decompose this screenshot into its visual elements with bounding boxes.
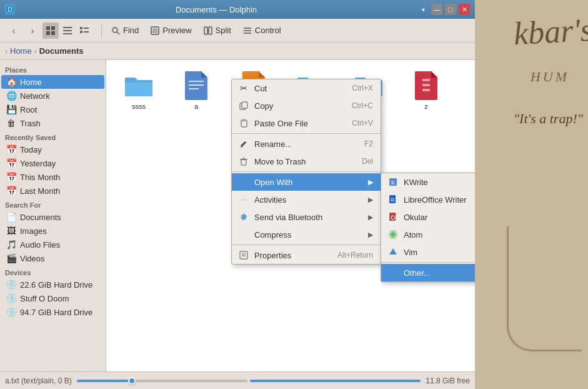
breadcrumb-current: Documents [39,46,84,56]
sidebar-item-today[interactable]: 📅 Today [1,143,104,156]
breadcrumb-home[interactable]: Home [10,46,32,56]
context-menu-bluetooth[interactable]: Send via Bluetooth ▶ [232,208,381,226]
svg-line-14 [117,32,119,34]
view-details-button[interactable] [76,23,92,39]
context-menu-open-with[interactable]: Open With ▶ K KWrite [232,173,381,191]
sidebar-item-yesterday-label: Yesterday [20,159,56,168]
file-item[interactable]: z [401,68,451,121]
status-slider-thumb[interactable] [128,377,136,385]
sidebar-item-trash[interactable]: 🗑 Trash [1,116,104,130]
sidebar-item-hdd1-label: 22.6 GiB Hard Drive [20,280,92,290]
preview-button[interactable]: Preview [145,23,196,38]
open-with-label: Open With [254,178,363,187]
submenu-okular[interactable]: Okular [381,208,475,226]
file-item[interactable]: ssss [114,68,164,121]
submenu-vim[interactable]: Vim [381,243,475,261]
sidebar-item-home[interactable]: 🏠 Home [1,75,104,89]
split-label: Split [216,26,231,35]
open-with-arrow: ▶ [368,178,373,186]
status-slider[interactable] [77,380,247,382]
menu-sep-1 [232,133,381,134]
maximize-button[interactable]: □ [445,4,456,15]
back-button[interactable]: ‹ [5,22,22,39]
copy-shortcut: Ctrl+C [352,101,373,110]
submenu-libreoffice[interactable]: LibreOffice Writer [381,191,475,208]
sidebar-item-root-label: Root [20,105,37,114]
trash-label: Move to Trash [254,157,357,166]
decor-quote: "It's a trap!" [514,109,583,129]
breadcrumb-sep: › [34,47,37,56]
sidebar-item-root[interactable]: 💾 Root [1,103,104,116]
sidebar-item-documents[interactable]: 📄 Documents [1,210,104,224]
sidebar-item-audio-label: Audio Files [20,240,60,250]
bluetooth-icon [238,211,249,223]
svg-rect-6 [63,27,72,28]
minimize-button[interactable]: — [431,4,442,15]
search-for-label: Search For [0,198,106,210]
svg-rect-9 [80,27,82,29]
svg-rect-2 [46,26,50,30]
sidebar-item-stuff[interactable]: 💿 Stuff O Doom [1,291,104,305]
open-with-icon [238,176,249,188]
yesterday-icon: 📅 [6,158,16,168]
sidebar-item-audio[interactable]: 🎵 Audio Files [1,238,104,251]
file-item-name: a [194,103,198,111]
submenu-kwrite[interactable]: K KWrite [381,173,475,191]
sidebar: Places 🏠 Home 🌐 Network 💾 Root 🗑 Trash R… [0,60,106,371]
split-button[interactable]: Split [198,23,236,38]
status-slider-fill [77,380,128,382]
compress-label: Compress [254,230,363,240]
context-menu-cut[interactable]: ✂ Cut Ctrl+X [232,79,381,97]
file-item[interactable]: a [171,68,221,121]
sidebar-item-this-month[interactable]: 📅 This Month [1,170,104,184]
sidebar-item-today-label: Today [20,145,42,154]
sidebar-item-images[interactable]: 🖼 Images [1,224,104,238]
submenu-sep [381,262,475,263]
sidebar-item-stuff-label: Stuff O Doom [20,294,69,303]
sidebar-item-last-month-label: Last Month [20,186,60,196]
atom-label: Atom [404,230,422,240]
svg-rect-12 [84,31,89,33]
sidebar-item-network-label: Network [20,91,50,101]
context-menu-paste[interactable]: Paste One File Ctrl+V [232,114,381,132]
context-menu-compress[interactable]: Compress ▶ [232,226,381,243]
folder-icon [124,70,154,100]
sidebar-item-videos[interactable]: 🎬 Videos [1,251,104,265]
home-icon: 🏠 [6,77,16,87]
recently-saved-label: Recently Saved [0,130,106,143]
videos-icon: 🎬 [6,253,16,263]
context-menu-rename[interactable]: Rename... F2 [232,135,381,153]
context-menu-activities[interactable]: ··· Activities ▶ [232,191,381,208]
kwrite-label: KWrite [404,178,428,187]
sidebar-item-hdd2-label: 94.7 GiB Hard Drive [20,308,92,317]
paste-icon [238,118,249,129]
network-icon: 🌐 [6,91,16,101]
menu-sep-2 [232,171,381,172]
context-menu-properties[interactable]: Properties Alt+Return [232,246,381,264]
view-compact-button[interactable] [59,23,76,39]
sidebar-item-yesterday[interactable]: 📅 Yesterday [1,156,104,170]
toolbar: ‹ › Find Preview Split Co [0,19,475,43]
close-button[interactable]: ✕ [459,4,470,15]
control-label: Control [255,26,281,35]
window-menu-btn[interactable]: ▾ [417,4,429,15]
context-menu-copy[interactable]: Copy Ctrl+C [232,97,381,114]
hdd2-icon: 💿 [6,307,16,317]
this-month-icon: 📅 [6,172,16,182]
sidebar-item-hdd2[interactable]: 💿 94.7 GiB Hard Drive [1,305,104,319]
submenu-atom[interactable]: Atom [381,226,475,243]
context-menu-trash[interactable]: Move to Trash Del [232,153,381,170]
sidebar-item-network[interactable]: 🌐 Network [1,89,104,103]
svg-rect-50 [240,251,247,259]
svg-rect-7 [63,30,72,31]
sidebar-item-last-month[interactable]: 📅 Last Month [1,184,104,198]
svg-rect-29 [422,84,430,86]
view-icons-button[interactable] [42,23,59,39]
find-button[interactable]: Find [106,23,144,38]
submenu-other[interactable]: Other... [381,264,475,281]
forward-button[interactable]: › [24,22,41,39]
control-button[interactable]: Control [237,23,286,38]
paste-shortcut: Ctrl+V [352,119,373,128]
sidebar-item-hdd1[interactable]: 💿 22.6 GiB Hard Drive [1,278,104,291]
svg-rect-17 [204,27,207,34]
